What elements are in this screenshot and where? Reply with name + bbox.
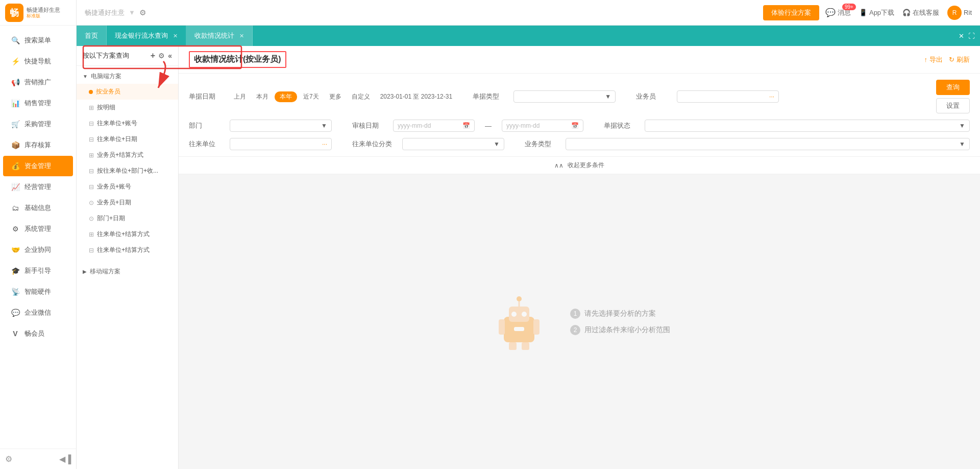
sidebar-item-member[interactable]: V 畅会员 bbox=[3, 323, 73, 344]
panel-item-unit-account[interactable]: ⊟ 往来单位+账号 bbox=[77, 115, 178, 131]
sidebar-item-label: 销售管理 bbox=[24, 99, 51, 108]
empty-tip-2: 2 用过滤条件来缩小分析范围 bbox=[570, 325, 670, 335]
counterpart-more-icon[interactable]: ··· bbox=[322, 140, 327, 148]
date-tab-more[interactable]: 更多 bbox=[325, 91, 346, 102]
panel-collapse-icon[interactable]: « bbox=[168, 52, 172, 60]
sidebar-item-label: 畅会员 bbox=[24, 329, 44, 338]
tab-maximize-icon[interactable]: ⛶ bbox=[968, 32, 975, 40]
collapse-bar[interactable]: ∧∧ 收起更多条件 bbox=[179, 157, 980, 174]
sidebar-item-basic[interactable]: 🗂 基础信息 bbox=[3, 198, 73, 218]
bill-type-select[interactable]: ▼ bbox=[513, 90, 616, 103]
panel-item-sale-account[interactable]: ⊟ 业务员+账号 bbox=[77, 179, 178, 195]
user-area[interactable]: R Rit bbox=[947, 6, 972, 20]
sidebar-item-operation[interactable]: 📈 经营管理 bbox=[3, 177, 73, 197]
online-service-area[interactable]: 🎧 在线客服 bbox=[902, 8, 939, 17]
bank-tab-close-icon[interactable]: ✕ bbox=[173, 33, 178, 39]
panel-item-detail[interactable]: ⊞ 按明细 bbox=[77, 100, 178, 115]
tab-bank[interactable]: 现金银行流水查询 ✕ bbox=[107, 26, 186, 46]
unit-settle1-icon: ⊞ bbox=[89, 231, 94, 238]
salesperson-select[interactable]: ··· bbox=[677, 90, 779, 103]
desktop-section-title[interactable]: ▼ 电脑端方案 bbox=[77, 69, 178, 84]
desktop-section-label: 电脑端方案 bbox=[91, 72, 121, 81]
gear-button[interactable]: ⚙ bbox=[139, 8, 146, 17]
panel-item-dept-date[interactable]: ⊙ 部门+日期 bbox=[77, 210, 178, 226]
panel-item-unit-settle2[interactable]: ⊟ 往来单位+结算方式 bbox=[77, 242, 178, 258]
export-icon: ↑ bbox=[924, 56, 928, 63]
business-type-select[interactable]: ▼ bbox=[566, 138, 970, 150]
sidebar-settings-icon[interactable]: ⚙ bbox=[5, 454, 12, 464]
date-tab-7days[interactable]: 近7天 bbox=[299, 91, 323, 102]
query-button[interactable]: 查询 bbox=[936, 80, 970, 95]
date-tab-lastmonth[interactable]: 上月 bbox=[230, 91, 250, 102]
svg-rect-5 bbox=[499, 319, 505, 335]
receipt-tab-close-icon[interactable]: ✕ bbox=[239, 33, 244, 39]
left-panel: 按以下方案查询 + ⚙ « ▼ 电脑端方案 按业务员 bbox=[77, 46, 179, 469]
calendar-start-icon[interactable]: 📅 bbox=[462, 122, 470, 129]
set-button[interactable]: 设置 bbox=[936, 98, 970, 113]
panel-settings-icon[interactable]: ⚙ bbox=[158, 52, 165, 60]
top-bar-right: 💬 消息 99+ 📱 App下载 🎧 在线客服 R Rit bbox=[825, 6, 972, 20]
svg-point-3 bbox=[522, 312, 527, 317]
operation-icon: 📈 bbox=[10, 182, 20, 192]
calendar-end-icon[interactable]: 📅 bbox=[571, 122, 579, 129]
panel-item-sale-settle[interactable]: ⊞ 业务员+结算方式 bbox=[77, 147, 178, 163]
panel-add-icon[interactable]: + bbox=[151, 51, 155, 60]
business-type-label: 业务类型 bbox=[525, 139, 555, 149]
panel-item-unit-settle1[interactable]: ⊞ 往来单位+结算方式 bbox=[77, 226, 178, 242]
sidebar-collapse-icon[interactable]: ◀▐ bbox=[59, 454, 71, 464]
mobile-section-title[interactable]: ▶ 移动端方案 bbox=[77, 264, 178, 279]
tip-1-number: 1 bbox=[570, 309, 580, 319]
sidebar-item-system[interactable]: ⚙ 系统管理 bbox=[3, 219, 73, 239]
sidebar-item-quicknav[interactable]: ⚡ 快捷导航 bbox=[3, 51, 73, 72]
review-date-start[interactable]: yyyy-mm-dd 📅 bbox=[393, 120, 475, 132]
sidebar-item-corp[interactable]: 🤝 企业协同 bbox=[3, 240, 73, 260]
sidebar-item-inventory[interactable]: 📦 库存核算 bbox=[3, 135, 73, 155]
salesperson-more-icon[interactable]: ··· bbox=[769, 93, 774, 100]
tab-receipt[interactable]: 收款情况统计 ✕ bbox=[186, 26, 253, 46]
panel-item-sale-date[interactable]: ⊙ 业务员+日期 bbox=[77, 195, 178, 210]
counterpart-select[interactable]: ··· bbox=[230, 138, 332, 150]
active-dot-icon bbox=[89, 90, 93, 94]
main-area: 畅捷通好生意 ▼ ⚙ 体验行业方案 💬 消息 99+ 📱 App下载 🎧 在线客… bbox=[77, 0, 980, 469]
sidebar-item-purchase[interactable]: 🛒 采购管理 bbox=[3, 114, 73, 134]
date-tab-custom[interactable]: 自定义 bbox=[348, 91, 374, 102]
export-button[interactable]: ↑ 导出 bbox=[924, 55, 943, 64]
sidebar-item-hardware[interactable]: 📡 智能硬件 bbox=[3, 282, 73, 302]
right-panel: 收款情况统计(按业务员) ↑ 导出 ↻ 刷新 bbox=[179, 46, 980, 469]
panel-item-label: 往来单位+结算方式 bbox=[97, 230, 150, 239]
app-download-area[interactable]: 📱 App下载 bbox=[859, 8, 894, 17]
sale-date-icon: ⊙ bbox=[89, 199, 94, 206]
tab-close-all-icon[interactable]: ✕ bbox=[959, 32, 964, 40]
sidebar-item-finance[interactable]: 💰 资金管理 bbox=[3, 156, 73, 176]
bill-status-select[interactable]: ▼ bbox=[645, 120, 970, 132]
panel-item-label: 按往来单位+部门+收... bbox=[97, 167, 158, 175]
review-date-end[interactable]: yyyy-mm-dd 📅 bbox=[502, 120, 583, 132]
sidebar-item-wechat[interactable]: 💬 企业微信 bbox=[3, 302, 73, 323]
refresh-button[interactable]: ↻ 刷新 bbox=[949, 55, 970, 64]
trial-btn[interactable]: 体验行业方案 bbox=[763, 5, 819, 20]
panel-item-unit-date[interactable]: ⊟ 往来单位+日期 bbox=[77, 131, 178, 147]
receipt-tab-label: 收款情况统计 bbox=[194, 31, 234, 40]
hardware-icon: 📡 bbox=[10, 287, 20, 297]
sidebar-item-search[interactable]: 🔍 搜索菜单 bbox=[3, 30, 73, 51]
bill-status-dropdown-icon: ▼ bbox=[959, 122, 965, 129]
tab-home[interactable]: 首页 bbox=[77, 26, 107, 46]
panel-item-unit-dept[interactable]: ⊟ 按往来单位+部门+收... bbox=[77, 163, 178, 179]
counterpart-category-select[interactable]: ▼ bbox=[402, 138, 504, 150]
detail-icon: ⊞ bbox=[89, 104, 94, 111]
date-tab-thisyear[interactable]: 本年 bbox=[275, 91, 297, 102]
dept-select[interactable]: ▼ bbox=[230, 120, 332, 132]
sidebar-item-label: 快捷导航 bbox=[24, 57, 51, 66]
date-tab-thismonth[interactable]: 本月 bbox=[252, 91, 273, 102]
sidebar-item-label: 采购管理 bbox=[24, 120, 51, 129]
messages-area[interactable]: 💬 消息 99+ bbox=[825, 8, 851, 17]
panel-item-label: 部门+日期 bbox=[97, 214, 125, 223]
app-breadcrumb: 畅捷通好生意 bbox=[85, 8, 125, 17]
inventory-icon: 📦 bbox=[10, 140, 20, 150]
sidebar-item-guide[interactable]: 🎓 新手引导 bbox=[3, 261, 73, 281]
sidebar-item-marketing[interactable]: 📢 营销推广 bbox=[3, 72, 73, 92]
sidebar-item-sales[interactable]: 📊 销售管理 bbox=[3, 93, 73, 113]
panel-item-salesperson[interactable]: 按业务员 bbox=[77, 84, 178, 100]
corp-icon: 🤝 bbox=[10, 245, 20, 255]
panel-item-label: 往来单位+账号 bbox=[97, 119, 137, 128]
